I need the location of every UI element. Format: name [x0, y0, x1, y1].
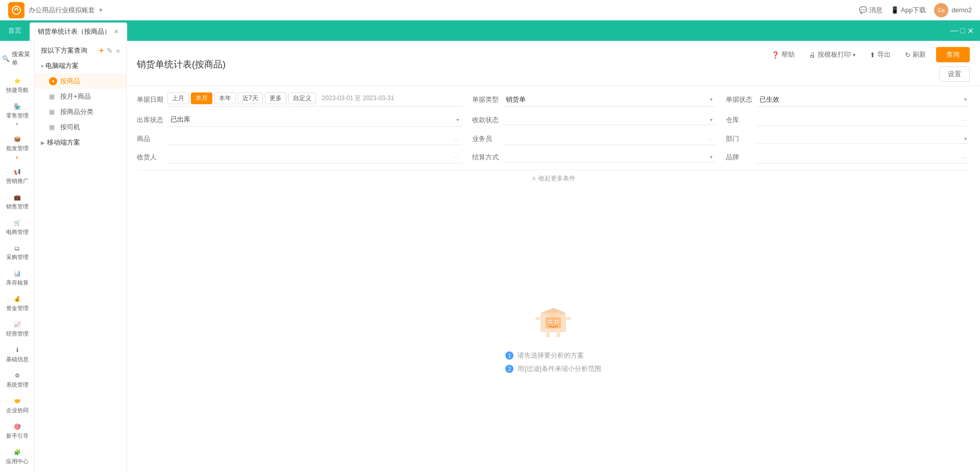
add-scheme-btn[interactable]: +	[99, 46, 104, 55]
filter-row-3: 商品 ··· 业务员 ··· 部门	[137, 133, 970, 145]
page-actions-row: ❓ 帮助 🖨 按模板打印 ▾ ⬆ 导出 ↻ 刷新	[767, 47, 970, 62]
avatar: Ea	[934, 3, 948, 17]
payment-method-select[interactable]: ▾	[503, 152, 716, 162]
brand-dots: ···	[961, 153, 967, 161]
empty-tips: 1 请先选择要分析的方案 2 用[过滤]条件来缩小分析范围	[505, 351, 601, 373]
date-custom[interactable]: 自定义	[288, 92, 316, 104]
tab-minimize-btn[interactable]: —	[950, 26, 958, 35]
svg-point-0	[12, 6, 20, 14]
sidebar-item-search[interactable]: 🔍 搜索菜单	[0, 45, 34, 73]
sidebar-item-marketing[interactable]: 📢 营销推广	[0, 164, 34, 189]
date-this-year[interactable]: 本年	[214, 92, 236, 104]
sidebar-item-retail[interactable]: 🏪 零售管理 ▾	[0, 99, 34, 131]
help-label: 帮助	[781, 50, 795, 59]
menu-group-pc-header[interactable]: ▾ 电脑端方案	[35, 58, 126, 74]
edit-scheme-btn[interactable]: ✎	[107, 46, 113, 55]
app-download-label: App下载	[901, 6, 926, 15]
department-select[interactable]: ▾	[756, 134, 970, 144]
settings-btn[interactable]: 设置	[939, 66, 970, 82]
app-title-dropdown[interactable]: ▾	[99, 6, 103, 14]
collapse-bar[interactable]: ∧ 收起更多条件	[137, 170, 970, 187]
app-download-btn[interactable]: 📱 App下载	[891, 6, 926, 15]
order-status-select[interactable]: 已生效 ▾	[756, 93, 970, 107]
by-product-icon: ●	[49, 77, 57, 85]
filter-salesperson: 业务员 ···	[472, 133, 716, 145]
sidebar-item-enterprise[interactable]: 🤝 企业协同	[0, 394, 34, 418]
date-label: 单据日期	[137, 95, 167, 104]
sidebar-item-quick-nav[interactable]: ⭐ 快捷导航	[0, 74, 34, 98]
wholesale-expand-icon: ▴	[16, 154, 18, 159]
sidebar-purchase-label: 采购管理	[6, 253, 29, 261]
tab-home[interactable]: 首页	[0, 20, 30, 41]
left-menu-panel: 按以下方案查询 + ✎ « ▾ 电脑端方案 ● 按商品 ▦ 按月+商品 ▦	[35, 41, 127, 472]
svg-point-5	[549, 321, 551, 322]
sidebar-item-guide[interactable]: 🎯 新手引导	[0, 419, 34, 444]
warehouse-input[interactable]: ···	[756, 114, 970, 126]
sidebar-item-finance[interactable]: 💰 资金管理	[0, 292, 34, 316]
sidebar-enterprise-label: 企业协同	[6, 407, 29, 414]
refresh-btn[interactable]: ↻ 刷新	[901, 48, 930, 61]
date-more[interactable]: 更多	[265, 92, 286, 104]
page-header-actions: ❓ 帮助 🖨 按模板打印 ▾ ⬆ 导出 ↻ 刷新	[767, 47, 970, 82]
user-area[interactable]: Ea demo2	[934, 3, 972, 17]
tab-close-btn[interactable]: ✕	[114, 28, 119, 35]
wholesale-icon: 📦	[14, 136, 21, 143]
empty-tip-2: 2 用[过滤]条件来缩小分析范围	[505, 364, 601, 373]
sidebar-item-inventory[interactable]: 📊 库存核算	[0, 266, 34, 291]
date-last-month[interactable]: 上月	[167, 92, 189, 104]
menu-item-by-product[interactable]: ● 按商品	[35, 74, 126, 89]
tab-sales-stat[interactable]: 销货单统计表（按商品） ✕	[30, 22, 127, 41]
search-icon: 🔍	[2, 55, 10, 62]
collapse-menu-btn[interactable]: «	[116, 46, 120, 55]
template-print-btn[interactable]: 🖨 按模板打印 ▾	[805, 48, 860, 61]
export-btn[interactable]: ⬆ 导出	[866, 48, 895, 61]
filter-receipt-status: 收款状态 ▾	[472, 115, 716, 125]
sidebar-item-sales[interactable]: 💼 销售管理	[0, 190, 34, 215]
menu-item-by-driver[interactable]: ▦ 按司机	[35, 120, 126, 135]
sidebar-item-purchase[interactable]: 🗂 采购管理	[0, 241, 34, 265]
salesperson-input[interactable]: ···	[503, 133, 716, 145]
menu-item-by-month-product[interactable]: ▦ 按月+商品	[35, 89, 126, 104]
order-type-select[interactable]: 销货单 ▾	[503, 93, 716, 107]
receipt-status-select[interactable]: ▾	[503, 115, 716, 125]
message-btn[interactable]: 💬 消息	[859, 6, 883, 15]
sidebar-item-basic-info[interactable]: ℹ 基础信息	[0, 343, 34, 367]
sidebar-item-app-center[interactable]: 🧩 应用中心	[0, 445, 34, 469]
tab-maximize-btn[interactable]: □	[960, 26, 965, 35]
retail-expand-icon: ▾	[16, 122, 18, 127]
by-category-label: 按商品分类	[60, 107, 93, 116]
filter-brand: 品牌 ···	[726, 151, 970, 163]
by-category-icon: ▦	[49, 108, 57, 115]
empty-tip-1: 1 请先选择要分析的方案	[505, 351, 601, 360]
out-status-label: 出库状态	[137, 115, 167, 125]
sidebar-item-ecommerce[interactable]: 🛒 电商管理	[0, 216, 34, 240]
filter-receiver: 收货人 ···	[137, 151, 462, 163]
left-menu-header: 按以下方案查询 + ✎ «	[35, 41, 126, 58]
product-input[interactable]: ···	[167, 133, 462, 145]
empty-state: 1 请先选择要分析的方案 2 用[过滤]条件来缩小分析范围	[127, 193, 980, 472]
app-logo	[8, 2, 24, 18]
app-title-area: 办公用品行业模拟账套 ▾	[8, 2, 103, 18]
help-btn[interactable]: ❓ 帮助	[767, 48, 799, 61]
svg-point-6	[556, 321, 557, 322]
brand-input[interactable]: ···	[756, 151, 970, 163]
menu-group-mobile-header[interactable]: ▶ 移动端方案	[35, 135, 126, 150]
sidebar-item-wholesale[interactable]: 📦 批发管理 ▴	[0, 132, 34, 163]
query-btn[interactable]: 查询	[936, 47, 970, 62]
brand-label: 品牌	[726, 153, 756, 162]
sidebar-item-operations[interactable]: 📈 经营管理	[0, 317, 34, 342]
date-this-month[interactable]: 本月	[191, 92, 212, 104]
product-dots: ···	[453, 135, 459, 143]
tab-close-window-btn[interactable]: ✕	[967, 26, 974, 36]
guide-icon: 🎯	[14, 423, 21, 430]
by-driver-icon: ▦	[49, 124, 57, 131]
receipt-status-label: 收款状态	[472, 115, 503, 125]
menu-item-by-category[interactable]: ▦ 按商品分类	[35, 104, 126, 120]
out-status-select[interactable]: 已出库 ▾	[167, 113, 462, 127]
tip2-text: 用[过滤]条件来缩小分析范围	[518, 364, 601, 373]
sidebar-item-system[interactable]: ⚙ 系统管理	[0, 368, 34, 393]
date-7days[interactable]: 近7天	[238, 92, 263, 104]
sidebar-retail-label: 零售管理	[6, 112, 29, 120]
sidebar-sales-label: 销售管理	[6, 203, 29, 210]
receiver-input[interactable]: ···	[167, 151, 462, 163]
